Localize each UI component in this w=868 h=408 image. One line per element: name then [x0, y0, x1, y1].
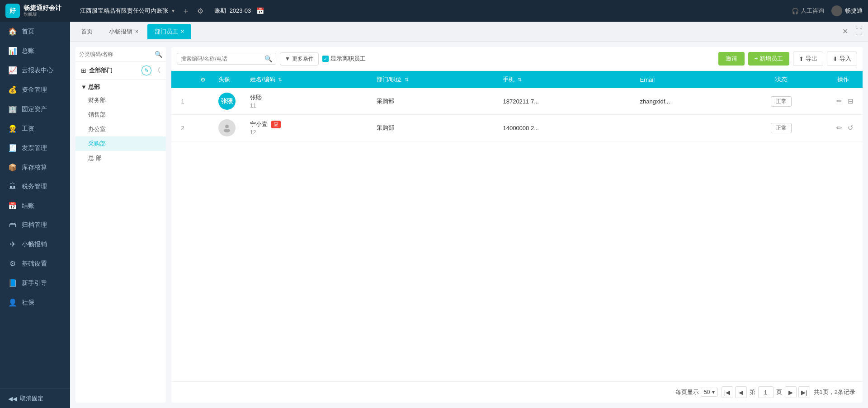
per-page-value: 50: [704, 389, 710, 395]
sidebar-item-expense[interactable]: ✈ 小畅报销: [0, 234, 70, 254]
tab-home[interactable]: 首页: [74, 24, 100, 39]
sidebar-label-guide: 新手引导: [22, 279, 47, 287]
tab-expense[interactable]: 小畅报销 ×: [102, 24, 146, 39]
refresh-icon-2[interactable]: ↺: [848, 124, 854, 132]
dept-search-icon[interactable]: 🔍: [155, 51, 162, 58]
invite-btn[interactable]: 邀请: [718, 52, 745, 66]
dept-item-office[interactable]: 办公室: [75, 122, 166, 136]
dept-edit-btn[interactable]: ✎: [142, 66, 151, 75]
col-settings[interactable]: ⚙: [194, 71, 212, 88]
cancel-fix-btn[interactable]: ◀◀ 取消固定: [0, 389, 70, 408]
emp-search-box: 🔍: [177, 53, 276, 65]
logout-icon-1[interactable]: ⊟: [848, 97, 854, 105]
sidebar-item-settings[interactable]: ⚙ 基础设置: [0, 254, 70, 273]
filter-btn[interactable]: ▼ 更多条件: [280, 52, 319, 66]
edit-icon-2[interactable]: ✏: [836, 124, 842, 132]
sidebar-item-social[interactable]: 👤 社保: [0, 293, 70, 312]
company-dropdown-icon[interactable]: ▾: [172, 8, 175, 14]
show-resigned-checkbox-area[interactable]: ✓ 显示离职员工: [322, 55, 366, 63]
show-resigned-checkbox[interactable]: ✓: [322, 56, 329, 62]
sidebar-item-ledger[interactable]: 📊 总账: [0, 41, 70, 61]
archive-icon: 🗃: [8, 221, 17, 229]
sidebar-item-salary[interactable]: 👷 工资: [0, 119, 70, 138]
page-prev-btn[interactable]: ◀: [735, 386, 747, 398]
sidebar-label-social: 社保: [22, 299, 34, 307]
settings-sidebar-icon: ⚙: [8, 259, 17, 268]
page-size-box[interactable]: 50 ▾: [701, 388, 717, 397]
sidebar-item-closing[interactable]: 📅 结账: [0, 196, 70, 216]
add-emp-btn[interactable]: + 新增员工: [748, 52, 789, 66]
emp-code-2: 12: [250, 129, 364, 136]
calendar-icon[interactable]: 📅: [256, 7, 264, 14]
human-service-btn[interactable]: 🎧 人工咨询: [792, 7, 824, 15]
col-avatar: 头像: [212, 71, 244, 88]
ledger-icon: 📊: [8, 47, 17, 55]
tab-dept-close[interactable]: ×: [181, 28, 184, 35]
tab-expense-close[interactable]: ×: [135, 28, 138, 35]
sidebar-item-home[interactable]: 🏠 首页: [0, 22, 70, 41]
sidebar-label-ledger: 总账: [22, 47, 34, 55]
row-action-1: ✏ ⊟: [808, 88, 863, 115]
col-name[interactable]: 姓名/编码 ⇅: [244, 71, 370, 88]
home-icon: 🏠: [8, 27, 17, 36]
sidebar-item-guide[interactable]: 📘 新手引导: [0, 273, 70, 293]
col-phone[interactable]: 手机 ⇅: [496, 71, 633, 88]
sidebar-label-invoice: 发票管理: [22, 144, 47, 152]
dept-group-general[interactable]: ▼ 总部: [75, 81, 166, 93]
sidebar-label-expense: 小畅报销: [22, 240, 47, 249]
dept-item-hq[interactable]: 总 部: [75, 151, 166, 165]
export-btn[interactable]: ⬆ 导出: [793, 52, 823, 66]
sidebar-item-archive[interactable]: 🗃 归档管理: [0, 216, 70, 234]
sidebar-item-invoice[interactable]: 🧾 发票管理: [0, 138, 70, 158]
inventory-icon: 📦: [8, 163, 17, 172]
total-info: 共1页，2条记录: [814, 388, 855, 396]
username-label: 畅捷通: [845, 7, 863, 15]
sort-dept-icon: ⇅: [405, 77, 409, 82]
page-input[interactable]: [758, 386, 774, 398]
sort-name-icon: ⇅: [278, 77, 282, 82]
dept-all-header[interactable]: ⊞ 全部部门 ✎ 《: [75, 62, 166, 80]
row-phone-2: 14000000 2...: [496, 115, 633, 141]
sidebar-label-funds: 资金管理: [22, 86, 47, 94]
company-name: 江西服宝精品有限责任公司内账张: [80, 7, 168, 15]
row-name-2: 宁小壹 应 12: [244, 115, 370, 141]
add-company-icon[interactable]: ＋: [182, 5, 190, 16]
dept-collapse-icon[interactable]: 《: [154, 66, 160, 75]
tab-dept-employee[interactable]: 部门员工 ×: [147, 24, 191, 39]
assets-icon: 🏢: [8, 105, 17, 113]
import-btn[interactable]: ⬇ 导入: [827, 52, 857, 66]
edit-icon-1[interactable]: ✏: [836, 97, 842, 105]
close-tab-btn[interactable]: ✕: [840, 25, 850, 38]
dept-panel: 🔍 ⊞ 全部部门 ✎ 《 ▼ 总部 财务部 销售部 办公室 采购部 总 部: [75, 47, 166, 403]
dept-item-purchase[interactable]: 采购部: [75, 136, 166, 151]
col-dept[interactable]: 部门/职位 ⇅: [370, 71, 497, 88]
import-label: 导入: [840, 55, 851, 63]
user-area[interactable]: 畅捷通: [831, 5, 863, 16]
sidebar-item-reports[interactable]: 📈 云报表中心: [0, 61, 70, 80]
settings-icon[interactable]: ⚙: [197, 7, 203, 15]
page-first-btn[interactable]: |◀: [722, 386, 733, 398]
expand-tab-btn[interactable]: ⛶: [854, 26, 864, 38]
emp-search-icon[interactable]: 🔍: [264, 55, 272, 62]
row-action-2: ✏ ↺: [808, 115, 863, 141]
dept-search-input[interactable]: [79, 51, 153, 57]
sidebar-item-inventory[interactable]: 📦 库存核算: [0, 158, 70, 177]
dept-item-sales[interactable]: 销售部: [75, 108, 166, 122]
pagination-controls: |◀ ◀ 第 页 ▶ ▶|: [722, 386, 810, 398]
import-icon: ⬇: [833, 56, 838, 62]
sidebar-item-tax[interactable]: 🏛 税务管理: [0, 177, 70, 196]
sidebar-label-settings: 基础设置: [22, 260, 47, 268]
page-next-btn[interactable]: ▶: [785, 386, 797, 398]
col-status: 状态: [754, 71, 808, 88]
table-row: 2: [171, 115, 863, 141]
page-last-btn[interactable]: ▶|: [798, 386, 810, 398]
row-num-2: 2: [171, 115, 194, 141]
sidebar-item-assets[interactable]: 🏢 固定资产: [0, 99, 70, 119]
emp-search-input[interactable]: [181, 56, 263, 62]
sidebar-label-archive: 归档管理: [22, 221, 47, 229]
company-area: 江西服宝精品有限责任公司内账张 ▾ ＋ ⚙ 账期 2023-03 📅: [75, 5, 792, 16]
sidebar-item-funds[interactable]: 💰 资金管理: [0, 80, 70, 99]
cancel-fix-label: 取消固定: [20, 394, 43, 403]
dept-item-finance[interactable]: 财务部: [75, 93, 166, 108]
svg-point-0: [225, 125, 229, 128]
